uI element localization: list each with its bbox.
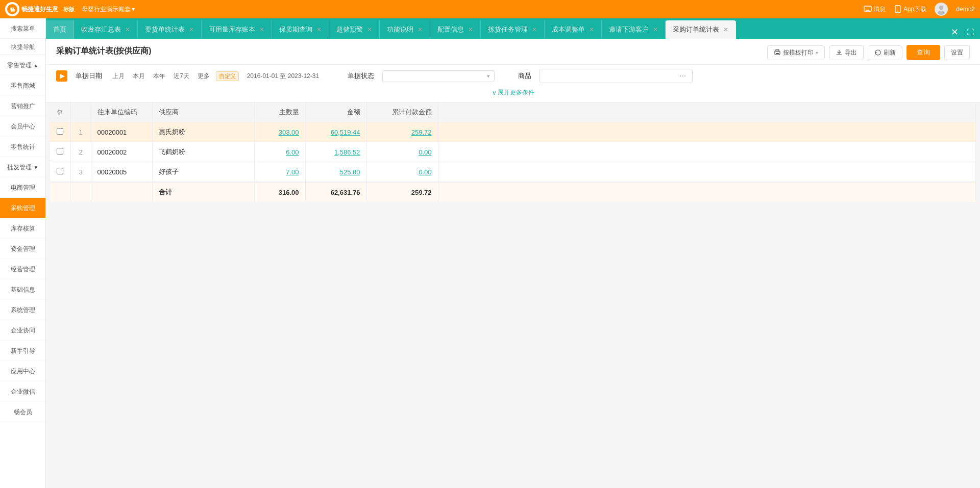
svg-point-4 [897,11,898,12]
row-paid-3: 0.00 [366,162,438,183]
data-table-wrapper: ⚙ 往来单位编码 供应商 主数量 金额 累计付款金额 [50,102,976,202]
sidebar-item-inventory-check[interactable]: 库存核算 [0,218,45,239]
sidebar-item-ops-mgmt[interactable]: 经营管理 [0,259,45,279]
sidebar-item-capital-mgmt[interactable]: 资金管理 [0,239,45,259]
sidebar-item-sys-mgmt[interactable]: 系统管理 [0,300,45,320]
date-btn-last-month[interactable]: 上月 [110,71,127,82]
goods-more-icon[interactable]: ··· [677,71,688,81]
tab-purchase-order-stats[interactable]: 采购订单统计表 ✕ [666,20,736,39]
export-button[interactable]: 导出 [829,45,864,60]
tab-req-stats[interactable]: 要货单统计表 ✕ [138,20,202,39]
footer-amount: 62,631.76 [305,182,366,202]
tab-invite-downstream[interactable]: 邀请下游客户 ✕ [602,20,666,39]
tab-close-req-stats[interactable]: ✕ [189,26,194,33]
query-button[interactable]: 查询 [906,45,940,60]
print-button[interactable]: 按模板打印 ▾ [767,45,825,60]
toolbar: 按模板打印 ▾ 导出 刷新 查询 设置 [767,45,970,60]
app-download-button[interactable]: App下载 [894,5,926,14]
main-layout: 搜索菜单 快捷导航 零售管理 ▲ 零售商城 营销推广 会员中心 零售统计 批发管… [0,18,980,488]
sidebar-item-member-center[interactable]: 会员中心 [0,116,45,137]
tab-close-avail-inventory[interactable]: ✕ [259,26,264,33]
table-footer-row: 合计 316.00 62,631.76 259.72 [50,182,976,202]
row-check-1[interactable] [50,122,70,142]
tab-home[interactable]: 首页 [46,20,74,39]
sidebar-item-retail-stats[interactable]: 零售统计 [0,137,45,157]
row-check-3[interactable] [50,162,70,183]
date-btn-this-year[interactable]: 本年 [151,71,167,82]
row-paid-2: 0.00 [366,142,438,162]
print-dropdown-icon[interactable]: ▾ [816,50,818,56]
row-check-2[interactable] [50,142,70,162]
tab-fullscreen-button[interactable]: ⛶ [965,27,976,37]
sidebar-item-enterprise-wechat[interactable]: 企业微信 [0,381,45,402]
search-menu-label[interactable]: 搜索菜单 [11,25,35,32]
top-bar: 畅 畅捷通好生意 标版 母婴行业演示账套 ▾ 消息 App下载 demo2 [0,0,980,18]
page-content: 采购订单统计表(按供应商) 按模板打印 ▾ 导出 刷新 [46,39,980,488]
tab-close-func-desc[interactable]: ✕ [418,26,423,33]
message-button[interactable]: 消息 [864,5,886,14]
expand-row: ∨ 展开更多条件 [56,88,970,97]
row-num-3: 3 [70,162,91,183]
tab-close-shelf-life[interactable]: ✕ [316,26,322,33]
tab-close-invite-downstream[interactable]: ✕ [653,26,658,33]
row-amount-2: 1,586.52 [305,142,366,162]
refresh-button[interactable]: 刷新 [868,45,902,60]
table-body: 1 00020001 惠氏奶粉 303.00 60,519.44 259.72 … [50,122,976,183]
sidebar-item-retail-store[interactable]: 零售商城 [0,75,45,96]
sidebar-search[interactable]: 搜索菜单 [0,18,45,39]
date-shortcuts: 上月 本月 本年 近7天 更多 自定义 [110,71,239,82]
row-supplier-2: 飞鹤奶粉 [152,142,254,162]
tab-config-info[interactable]: 配置信息 ✕ [430,20,481,39]
row-extra-3 [438,162,976,183]
sidebar-item-basic-info[interactable]: 基础信息 [0,279,45,300]
row-supplier-3: 好孩子 [152,162,254,183]
settings-button[interactable]: 设置 [944,45,970,60]
tab-overstock-warning[interactable]: 超储预警 ✕ [329,20,380,39]
sidebar-item-enterprise-coop[interactable]: 企业协同 [0,320,45,341]
sidebar-item-vip-member[interactable]: 畅会员 [0,402,45,422]
tab-close-purchase-order-stats[interactable]: ✕ [723,26,728,33]
table-row: 3 00020005 好孩子 7.00 525.80 0.00 [50,162,976,183]
goods-input[interactable]: ··· [540,69,693,83]
sidebar-item-ecommerce-mgmt[interactable]: 电商管理 [0,177,45,198]
status-select[interactable]: ▾ [382,70,495,82]
custom-date-tag[interactable]: 自定义 [216,71,239,81]
topbar-right: 消息 App下载 demo2 [864,3,975,16]
svg-rect-8 [776,49,779,52]
tab-receive-send[interactable]: 收发存汇总表 ✕ [74,20,138,39]
tab-close-all-button[interactable]: ✕ [949,25,961,39]
sidebar-quick-nav[interactable]: 快捷导航 [0,39,45,55]
filter-toggle-button[interactable]: ▶ [56,70,67,82]
sidebar-item-purchase-mgmt[interactable]: 采购管理 [0,198,45,218]
status-dropdown-icon: ▾ [487,73,490,80]
tab-close-receive-send[interactable]: ✕ [125,26,130,33]
tab-close-cost-adjust[interactable]: ✕ [589,26,594,33]
tab-cost-adjust[interactable]: 成本调整单 ✕ [545,20,602,39]
col-header-code: 往来单位编码 [91,102,152,122]
row-extra-2 [438,142,976,162]
sidebar-item-retail-mgmt[interactable]: 零售管理 ▲ [0,55,45,75]
tab-shelf-life[interactable]: 保质期查询 ✕ [272,20,329,39]
sidebar-item-wholesale-mgmt[interactable]: 批发管理 ▼ [0,157,45,177]
username-label[interactable]: demo2 [956,6,975,13]
tab-avail-inventory[interactable]: 可用量库存账本 ✕ [202,20,272,39]
sidebar-item-marketing[interactable]: 营销推广 [0,96,45,116]
status-label: 单据状态 [348,71,374,81]
sidebar-item-app-center[interactable]: 应用中心 [0,361,45,381]
tab-close-config-info[interactable]: ✕ [468,26,473,33]
date-btn-7days[interactable]: 近7天 [172,71,191,82]
expand-filter-button[interactable]: ∨ 展开更多条件 [492,88,534,97]
tab-close-pick-task[interactable]: ✕ [532,26,537,33]
row-qty-1: 303.00 [254,122,305,142]
sidebar-item-newbie-guide[interactable]: 新手引导 [0,341,45,361]
col-header-num [70,102,91,122]
workspace-selector[interactable]: 母婴行业演示账套 ▾ [82,5,135,14]
svg-point-5 [939,6,943,10]
quick-nav-label[interactable]: 快捷导航 [11,43,35,50]
tab-func-desc[interactable]: 功能说明 ✕ [380,20,430,39]
tab-pick-task[interactable]: 拣货任务管理 ✕ [481,20,545,39]
date-btn-this-month[interactable]: 本月 [131,71,147,82]
date-btn-more[interactable]: 更多 [195,71,212,82]
tab-close-overstock-warning[interactable]: ✕ [367,26,372,33]
gear-icon[interactable]: ⚙ [57,108,63,116]
